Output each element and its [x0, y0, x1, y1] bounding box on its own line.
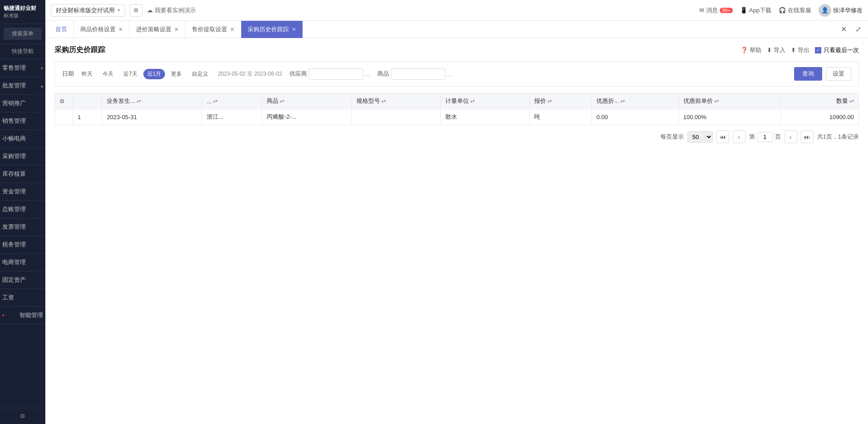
col-more1[interactable]: ... ▴▾: [202, 93, 262, 109]
tab-sale-extract[interactable]: 售价提取设置 ✕: [185, 21, 241, 38]
message-badge: 99+: [720, 8, 733, 13]
per-page-label: 每页显示: [660, 133, 684, 141]
sidebar-item-sales[interactable]: 销售管理: [0, 112, 45, 130]
sidebar-item-label: 小畅电商: [2, 135, 26, 143]
tab-home[interactable]: 首页: [49, 21, 74, 38]
date-btn-today[interactable]: 今天: [98, 69, 117, 79]
cell-date: 2023-05-31: [102, 109, 202, 125]
close-icon[interactable]: ✕: [230, 26, 234, 33]
col-discount[interactable]: 优惠折... ▴▾: [592, 93, 678, 109]
prev-page-button[interactable]: ‹: [733, 130, 746, 143]
sidebar-item-label: 固定资产: [2, 276, 26, 284]
table-settings-icon[interactable]: ⚙: [59, 98, 65, 105]
sidebar-item-salary[interactable]: 工资: [0, 289, 45, 307]
sidebar-logo: 畅捷通好业财 标准版: [0, 0, 45, 24]
user-menu[interactable]: 👤 徐泽华修改: [819, 4, 863, 17]
close-icon[interactable]: ✕: [118, 26, 123, 33]
sidebar-item-invoice[interactable]: 发票管理: [0, 218, 45, 236]
tab-purchase-history[interactable]: 采购历史价跟踪 ✕: [241, 21, 303, 38]
col-unit[interactable]: 计量单位 ▴▾: [441, 93, 530, 109]
date-btn-7days[interactable]: 近7天: [119, 69, 141, 79]
search-menu-button[interactable]: 搜索菜单: [4, 28, 42, 40]
cell-gear: [55, 109, 73, 125]
page-content: 采购历史价跟踪 ❓ 帮助 ⬇ 导入 ⬆ 导出: [45, 38, 868, 424]
sort-icon: ▴▾: [547, 99, 552, 103]
page-actions: ❓ 帮助 ⬇ 导入 ⬆ 导出 ✓ 只看最后一: [741, 46, 859, 54]
date-btn-yesterday[interactable]: 昨天: [78, 69, 97, 79]
sidebar-item-retail[interactable]: 零售管理 ▾: [0, 59, 45, 77]
tab-label: 售价提取设置: [192, 25, 227, 34]
col-date[interactable]: 业务发生... ▴▾: [102, 93, 202, 109]
app-download-button[interactable]: 📱 App下载: [740, 6, 771, 14]
sidebar-gear-button[interactable]: ⚙: [0, 408, 45, 424]
col-quote[interactable]: 报价 ▴▾: [530, 93, 592, 109]
last-page-button[interactable]: ⏭: [801, 130, 814, 143]
sidebar-item-finance[interactable]: 资金管理: [0, 183, 45, 201]
page-suffix: 页: [775, 133, 781, 141]
sort-icon: ▴▾: [620, 99, 625, 103]
date-btn-1month[interactable]: 近1月: [143, 69, 166, 79]
per-page-select[interactable]: 50 10 20 100: [688, 131, 713, 143]
tab-purchase-strategy[interactable]: 进价策略设置 ✕: [130, 21, 185, 38]
supplier-input[interactable]: [309, 68, 363, 80]
close-tab-button[interactable]: ✕: [837, 23, 850, 36]
sort-icon: ▴▾: [470, 99, 475, 103]
page-input[interactable]: [757, 132, 773, 142]
sidebar-item-assets[interactable]: 固定资产: [0, 271, 45, 289]
table-header-row: ⚙ 业务发生... ▴▾ ... ▴▾: [55, 93, 859, 109]
first-page-button[interactable]: ⏮: [717, 130, 729, 143]
sidebar-item-ecom-small[interactable]: 小畅电商: [0, 130, 45, 148]
sidebar-item-label: 总账管理: [2, 205, 26, 213]
col-qty[interactable]: 数量 ▴▾: [781, 93, 859, 109]
chevron-down-icon: ▾: [117, 7, 120, 13]
product-filter-group: 商品 ...: [377, 68, 452, 80]
sidebar-item-smart[interactable]: 智能管理: [0, 307, 45, 324]
version-selector[interactable]: 好业财标准版交付试用 ▾: [51, 4, 125, 17]
close-icon[interactable]: ✕: [292, 26, 296, 33]
sidebar-item-label: 零售管理: [2, 64, 26, 72]
close-icon[interactable]: ✕: [174, 26, 179, 33]
sidebar-item-tax[interactable]: 税务管理: [0, 236, 45, 254]
col-gear[interactable]: ⚙: [55, 93, 73, 109]
sidebar-item-purchase[interactable]: 采购管理: [0, 148, 45, 165]
help-button[interactable]: ❓ 帮助: [741, 46, 761, 54]
product-input[interactable]: [391, 68, 445, 80]
sort-icon: ▴▾: [714, 99, 719, 103]
cloud-icon: ☁: [147, 7, 153, 14]
settings-button[interactable]: 设置: [826, 67, 851, 81]
sidebar-item-ledger[interactable]: 总账管理: [0, 201, 45, 218]
online-service-button[interactable]: 🎧 在线客服: [779, 6, 811, 14]
headset-icon: 🎧: [779, 7, 786, 14]
sidebar-search-area[interactable]: 搜索菜单: [0, 24, 45, 44]
next-page-button[interactable]: ›: [785, 130, 797, 143]
sidebar-item-label: 工资: [2, 294, 14, 302]
product-more-btn[interactable]: ...: [447, 71, 452, 77]
col-price[interactable]: 优惠前单价 ▴▾: [678, 93, 781, 109]
query-button[interactable]: 查询: [794, 67, 822, 81]
import-button[interactable]: ⬇ 导入: [767, 46, 785, 54]
sidebar-item-label: 资金管理: [2, 188, 26, 196]
date-btn-more[interactable]: 更多: [167, 69, 186, 79]
date-btn-custom[interactable]: 自定义: [188, 69, 212, 79]
cell-more1: 浙江...: [202, 109, 262, 125]
col-spec[interactable]: 规格型号 ▴▾: [352, 93, 441, 109]
sidebar-item-label: 电商管理: [2, 258, 26, 266]
only-last-checkbox[interactable]: ✓ 只看最后一次: [815, 46, 859, 54]
sort-icon: ▴▾: [849, 99, 854, 103]
sidebar-item-marketing[interactable]: 营销推广: [0, 95, 45, 112]
quick-nav-button[interactable]: 快捷导航: [0, 44, 45, 59]
sidebar-item-inventory[interactable]: 库存核算: [0, 165, 45, 183]
col-product[interactable]: 商品 ▴▾: [262, 93, 352, 109]
sidebar: 畅捷通好业财 标准版 搜索菜单 快捷导航 零售管理 ▾ 批发管理 ▴ 营销推广 …: [0, 0, 45, 424]
topbar-gear-button[interactable]: ⚙: [130, 4, 142, 17]
avatar: 👤: [819, 4, 831, 17]
export-button[interactable]: ⬆ 导出: [791, 46, 809, 54]
sidebar-item-wholesale[interactable]: 批发管理 ▴: [0, 77, 45, 95]
fullscreen-button[interactable]: ⤢: [852, 23, 864, 36]
message-button[interactable]: ✉ 消息 99+: [699, 6, 733, 14]
supplier-more-btn[interactable]: ...: [365, 71, 370, 77]
filter-actions: 查询 设置: [794, 67, 851, 81]
sidebar-item-ecom[interactable]: 电商管理: [0, 254, 45, 271]
tab-product-price[interactable]: 商品价格设置 ✕: [74, 21, 130, 38]
demo-button[interactable]: ☁ 我要看实例演示: [147, 6, 196, 14]
